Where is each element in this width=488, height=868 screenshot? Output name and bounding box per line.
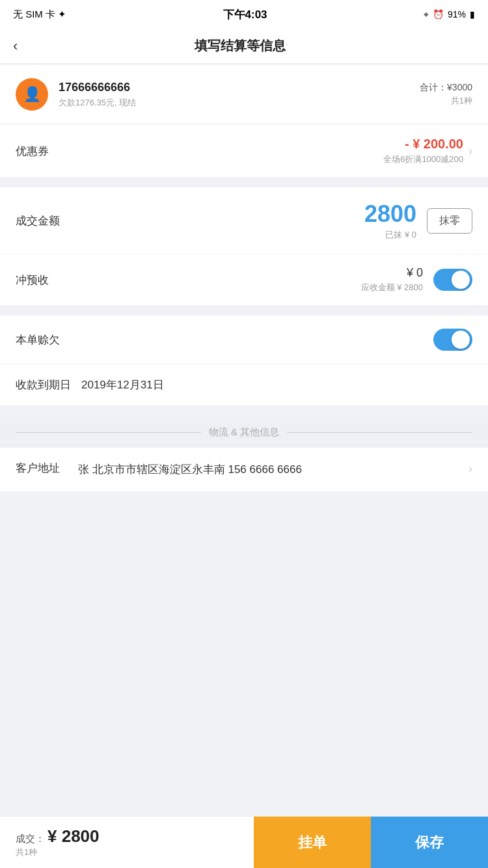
deal-amount-right: 2800 已抹 ¥ 0 抹零 [364,200,472,241]
ben-label: 本单赊欠 [16,332,60,347]
chong-row: 冲预收 ¥ 0 应收金额 ¥ 2800 [0,254,488,305]
round-button[interactable]: 抹零 [427,208,472,234]
status-left: 无 SIM 卡 ✦ [13,8,66,21]
total-label: 合计：¥3000 [420,82,472,94]
customer-left: 👤 17666666666 欠款1276.35元, 现结 [16,78,136,111]
separator-1 [0,177,488,187]
summary-label: 成交： [16,833,45,845]
logistics-text: 物流 & 其他信息 [209,426,279,439]
coupon-label: 优惠券 [16,144,49,159]
deal-amount-label: 成交金额 [16,213,60,228]
back-button[interactable]: ‹ [13,38,18,55]
ben-row: 本单赊欠 [0,316,488,364]
chong-right: ¥ 0 应收金额 ¥ 2800 [361,266,423,293]
status-right: ⌖ ⏰ 91% ▮ [424,9,475,20]
chong-amount: ¥ 0 [361,266,423,280]
sim-label: 无 SIM 卡 ✦ [13,8,66,21]
deal-amount-row: 成交金额 2800 已抹 ¥ 0 抹零 [0,187,488,254]
customer-info: 17666666666 欠款1276.35元, 现结 [59,81,136,109]
logistics-divider: 物流 & 其他信息 [0,417,488,448]
alarm-icon: ⏰ [433,9,444,20]
deal-amount-sub: 已抹 ¥ 0 [364,229,416,241]
bottom-summary: 成交： ¥ 2800 共1种 [0,826,254,858]
location-icon: ⌖ [424,9,429,20]
total-count: 共1种 [420,95,472,107]
summary-amount: ¥ 2800 [47,826,100,847]
save-button[interactable]: 保存 [371,817,488,869]
customer-total: 合计：¥3000 共1种 [420,82,472,107]
logistics-line-right [287,432,472,433]
avatar: 👤 [16,78,48,111]
address-section[interactable]: 客户地址 张 北京市市辖区海淀区永丰南 156 6666 6666 › [0,448,488,491]
hang-button[interactable]: 挂单 [254,817,371,869]
coupon-section[interactable]: 优惠券 - ¥ 200.00 全场6折满1000减200 › [0,125,488,177]
chong-label: 冲预收 [16,273,49,288]
address-arrow-icon: › [468,462,472,476]
battery-icon: ▮ [470,9,475,20]
coupon-right: - ¥ 200.00 全场6折满1000减200 [383,137,463,165]
summary-count: 共1种 [16,847,238,858]
separator-3 [0,405,488,416]
separator-2 [0,305,488,316]
status-time: 下午4:03 [223,7,267,22]
deal-amount-value-group: 2800 已抹 ¥ 0 [364,200,416,241]
nav-bar: ‹ 填写结算等信息 [0,29,488,64]
ben-toggle[interactable] [433,329,472,351]
battery-level: 91% [448,9,466,20]
date-value: 2019年12月31日 [81,377,164,392]
customer-section: 👤 17666666666 欠款1276.35元, 现结 合计：¥3000 共1… [0,65,488,124]
date-row: 收款到期日 2019年12月31日 [0,364,488,405]
coupon-arrow-icon: › [468,144,472,158]
deal-amount-section: 成交金额 2800 已抹 ¥ 0 抹零 [0,187,488,254]
page-title: 填写结算等信息 [31,37,449,55]
bottom-spacer [0,491,488,569]
coupon-detail: 全场6折满1000减200 [383,154,463,165]
chong-toggle[interactable] [433,269,472,291]
bottom-bar: 成交： ¥ 2800 共1种 挂单 保存 [0,816,488,868]
logistics-line-left [16,432,201,433]
address-value: 张 北京市市辖区海淀区永丰南 156 6666 6666 [78,461,458,478]
address-label: 客户地址 [16,461,68,476]
status-bar: 无 SIM 卡 ✦ 下午4:03 ⌖ ⏰ 91% ▮ [0,0,488,29]
customer-debt: 欠款1276.35元, 现结 [59,97,136,109]
chong-section: 冲预收 ¥ 0 应收金额 ¥ 2800 [0,254,488,305]
chong-sub: 应收金额 ¥ 2800 [361,282,423,293]
coupon-discount: - ¥ 200.00 [383,137,463,152]
ben-section-wrapper: 本单赊欠 收款到期日 2019年12月31日 [0,316,488,405]
customer-phone: 17666666666 [59,81,136,94]
deal-amount-value: 2800 [364,200,416,228]
date-label: 收款到期日 [16,377,71,392]
